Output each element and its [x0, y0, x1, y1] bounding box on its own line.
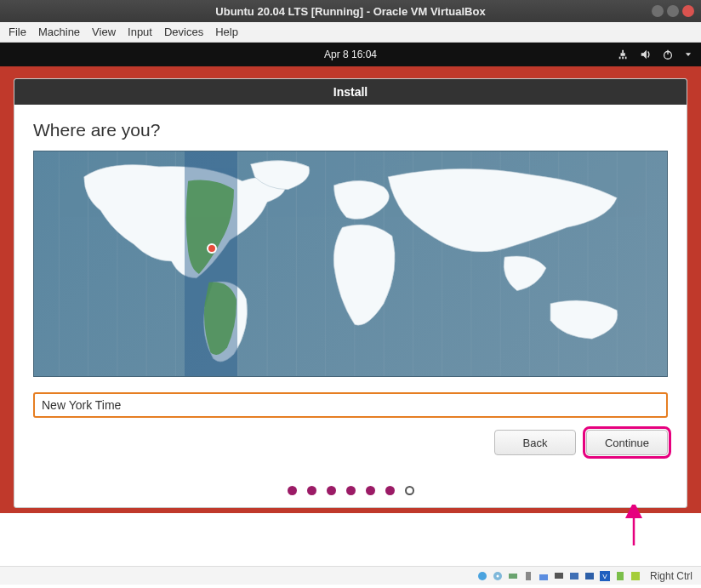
svg-point-30 [478, 572, 487, 580]
svg-rect-33 [509, 574, 517, 579]
pager-dot [288, 486, 297, 495]
svg-rect-0 [619, 57, 621, 60]
menu-help[interactable]: Help [215, 26, 238, 38]
screenshot-icon[interactable] [568, 570, 580, 582]
vbox-icon[interactable]: V [599, 570, 611, 582]
gnome-system-tray[interactable] [618, 49, 692, 60]
progress-pager [33, 486, 668, 495]
host-window-controls [652, 5, 694, 17]
selected-timezone-band [185, 151, 237, 376]
installer-body: Where are you? [14, 105, 687, 507]
svg-rect-1 [622, 57, 624, 60]
menu-input[interactable]: Input [128, 26, 152, 38]
host-status-bar: V Right Ctrl [0, 566, 701, 585]
installer-window: Install Where are you? [14, 78, 687, 508]
host-key-label: Right Ctrl [650, 570, 692, 582]
pager-dot-upcoming [405, 486, 414, 495]
host-menubar: File Machine View Input Devices Help [0, 22, 701, 43]
installer-window-title: Install [333, 85, 368, 99]
svg-rect-4 [622, 50, 624, 54]
svg-rect-41 [617, 572, 624, 580]
pager-dot [385, 486, 395, 495]
gnome-clock: Apr 8 16:04 [324, 49, 377, 60]
volume-icon[interactable] [640, 49, 652, 60]
timezone-input[interactable] [33, 392, 668, 418]
host-window-titlebar: Ubuntu 20.04 LTS [Running] - Oracle VM V… [0, 0, 701, 22]
ga-icon[interactable] [630, 570, 641, 582]
chevron-down-icon[interactable] [684, 49, 692, 60]
installer-titlebar: Install [14, 79, 687, 105]
world-map-svg [34, 151, 667, 376]
svg-rect-42 [631, 572, 640, 580]
guest-display: Apr 8 16:04 Install Where are you? [0, 43, 701, 513]
maximize-icon[interactable] [667, 5, 679, 17]
timezone-world-map[interactable] [33, 151, 668, 377]
host-window-title: Ubuntu 20.04 LTS [Running] - Oracle VM V… [215, 5, 485, 18]
shared-folder-icon[interactable] [538, 570, 550, 582]
svg-marker-5 [641, 50, 647, 60]
continue-button[interactable]: Continue [586, 430, 668, 455]
record-icon[interactable] [584, 570, 596, 582]
installer-button-row: Back Continue [33, 430, 668, 455]
close-icon[interactable] [682, 5, 694, 17]
continue-button-label: Continue [605, 437, 649, 449]
gnome-top-bar: Apr 8 16:04 [0, 43, 701, 66]
svg-rect-37 [570, 573, 578, 579]
svg-text:V: V [602, 573, 607, 580]
svg-rect-35 [539, 574, 548, 580]
svg-rect-3 [621, 53, 625, 56]
hdd-icon[interactable] [476, 570, 488, 582]
usb-icon[interactable] [522, 570, 534, 582]
pager-dot [327, 486, 336, 495]
back-button-label: Back [523, 437, 548, 449]
svg-marker-8 [686, 53, 691, 56]
menu-file[interactable]: File [9, 26, 26, 38]
display-icon[interactable] [553, 570, 565, 582]
network-icon[interactable] [618, 49, 630, 60]
pager-dot [346, 486, 356, 495]
menu-machine[interactable]: Machine [38, 26, 80, 38]
page-heading: Where are you? [33, 120, 668, 140]
svg-point-32 [496, 574, 499, 577]
svg-rect-34 [526, 572, 531, 580]
pager-dot [366, 486, 375, 495]
svg-rect-36 [555, 573, 563, 579]
back-button[interactable]: Back [494, 430, 576, 455]
minimize-icon[interactable] [652, 5, 664, 17]
svg-rect-2 [625, 57, 627, 60]
svg-rect-38 [585, 573, 594, 579]
clipboard-icon[interactable] [614, 570, 626, 582]
power-icon[interactable] [662, 49, 674, 60]
menu-devices[interactable]: Devices [164, 26, 203, 38]
net-icon[interactable] [507, 570, 519, 582]
menu-view[interactable]: View [92, 26, 116, 38]
pager-dot [307, 486, 316, 495]
cd-icon[interactable] [492, 570, 504, 582]
